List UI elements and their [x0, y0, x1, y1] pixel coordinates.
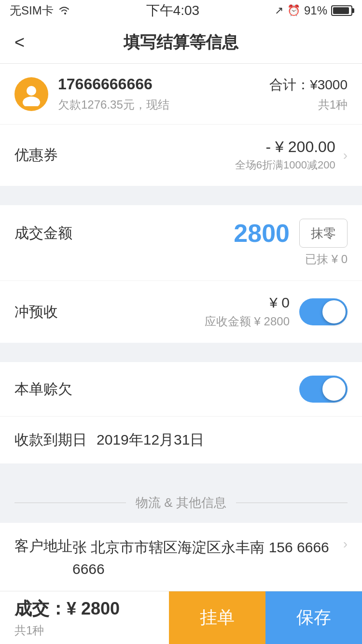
address-label: 客户地址	[14, 536, 72, 556]
advance-amount: ¥ 0	[205, 294, 290, 311]
battery-icon	[331, 5, 352, 16]
amount-right: 2800 抹零	[234, 219, 348, 248]
divider-2	[0, 352, 362, 362]
discount-amount: - ¥ 200.00	[235, 138, 335, 156]
coupon-right: - ¥ 200.00 全场6折满1000减200 ›	[235, 138, 348, 172]
duedate-label: 收款到期日	[14, 430, 87, 450]
location-icon: ↗	[275, 4, 283, 17]
address-row[interactable]: 客户地址 张 北京市市辖区海淀区永丰南 156 6666 6666 ›	[0, 523, 362, 593]
bottom-summary: 成交：¥ 2800 共1种	[0, 597, 169, 638]
coupon-arrow-icon: ›	[343, 148, 348, 163]
debt-row: 本单赊欠	[14, 376, 348, 403]
customer-left: 17666666666 欠款1276.35元，现结	[14, 75, 169, 112]
duedate-row: 收款到期日 2019年12月31日	[14, 430, 348, 450]
customer-right: 合计：¥3000 共1种	[269, 76, 348, 112]
customer-phone: 17666666666	[58, 75, 169, 93]
bottom-deal: 成交：¥ 2800	[14, 597, 154, 621]
discount-desc: 全场6折满1000减200	[235, 158, 335, 172]
amount-sub: 已抹 ¥ 0	[14, 252, 348, 267]
customer-info: 17666666666 欠款1276.35元，现结	[58, 75, 169, 112]
debt-toggle-circle	[322, 378, 346, 401]
advance-right: ¥ 0 应收金额 ¥ 2800	[205, 294, 348, 329]
bottom-bar: 成交：¥ 2800 共1种 挂单 保存	[0, 591, 362, 644]
amount-number: 2800	[234, 219, 290, 248]
logistics-header-text: 物流 & 其他信息	[136, 494, 226, 511]
address-value: 张 北京市市辖区海淀区永丰南 156 6666 6666	[72, 536, 335, 580]
amount-row: 成交金额 2800 抹零	[14, 219, 348, 248]
nav-bar: < 填写结算等信息	[0, 21, 362, 64]
duedate-section: 收款到期日 2019年12月31日	[0, 416, 362, 463]
duedate-value: 2019年12月31日	[97, 430, 204, 450]
back-button[interactable]: <	[14, 32, 25, 53]
carrier-text: 无SIM卡	[10, 3, 54, 18]
debt-toggle[interactable]	[299, 376, 348, 403]
wifi-icon	[57, 6, 71, 15]
divider-3	[0, 473, 362, 483]
status-right: ↗ ⏰ 91%	[275, 4, 352, 17]
header-line-left	[14, 503, 126, 503]
customer-section: 17666666666 欠款1276.35元，现结 合计：¥3000 共1种 优…	[0, 64, 362, 186]
address-section: 客户地址 张 北京市市辖区海淀区永丰南 156 6666 6666 ›	[0, 523, 362, 593]
divider-1	[0, 196, 362, 205]
svg-point-1	[23, 97, 40, 106]
advance-toggle[interactable]	[299, 298, 348, 325]
avatar	[14, 77, 48, 111]
advance-label: 冲预收	[14, 302, 58, 322]
status-time: 下午4:03	[146, 1, 200, 20]
round-zero-button[interactable]: 抹零	[299, 219, 348, 248]
address-arrow-icon: ›	[343, 536, 348, 552]
customer-row: 17666666666 欠款1276.35元，现结 合计：¥3000 共1种	[0, 64, 362, 124]
debt-inner: 本单赊欠	[0, 362, 362, 416]
total-amount: 合计：¥3000	[269, 76, 348, 94]
coupon-row[interactable]: 优惠券 - ¥ 200.00 全场6折满1000减200 ›	[0, 124, 362, 186]
svg-point-0	[27, 86, 36, 96]
amount-section: 成交金额 2800 抹零 已抹 ¥ 0 冲预收 ¥ 0 应收金额 ¥ 2800	[0, 205, 362, 343]
bottom-deal-amount: ¥ 2800	[67, 599, 120, 618]
debt-section: 本单赊欠 收款到期日 2019年12月31日	[0, 362, 362, 463]
advance-info: ¥ 0 应收金额 ¥ 2800	[205, 294, 290, 329]
advance-sub: 应收金额 ¥ 2800	[205, 314, 290, 329]
amount-inner: 成交金额 2800 抹零 已抹 ¥ 0	[0, 205, 362, 280]
toggle-circle	[322, 300, 346, 323]
customer-debt: 欠款1276.35元，现结	[58, 97, 169, 112]
coupon-label: 优惠券	[14, 145, 58, 165]
page-title: 填写结算等信息	[124, 31, 238, 54]
alarm-icon: ⏰	[287, 4, 300, 17]
header-line-right	[236, 503, 348, 503]
battery-percent: 91%	[304, 4, 327, 17]
hang-button[interactable]: 挂单	[169, 591, 265, 644]
advance-row: 冲预收 ¥ 0 应收金额 ¥ 2800	[14, 294, 348, 329]
advance-section: 冲预收 ¥ 0 应收金额 ¥ 2800	[0, 280, 362, 343]
debt-label: 本单赊欠	[14, 379, 72, 399]
total-count: 共1种	[269, 97, 348, 112]
status-bar: 无SIM卡 下午4:03 ↗ ⏰ 91%	[0, 0, 362, 21]
save-button[interactable]: 保存	[265, 591, 362, 644]
content: 17666666666 欠款1276.35元，现结 合计：¥3000 共1种 优…	[0, 64, 362, 644]
bottom-count: 共1种	[14, 623, 154, 638]
amount-label: 成交金额	[14, 224, 72, 243]
logistics-header: 物流 & 其他信息	[0, 483, 362, 523]
coupon-discount: - ¥ 200.00 全场6折满1000减200	[235, 138, 335, 172]
status-left: 无SIM卡	[10, 3, 71, 18]
